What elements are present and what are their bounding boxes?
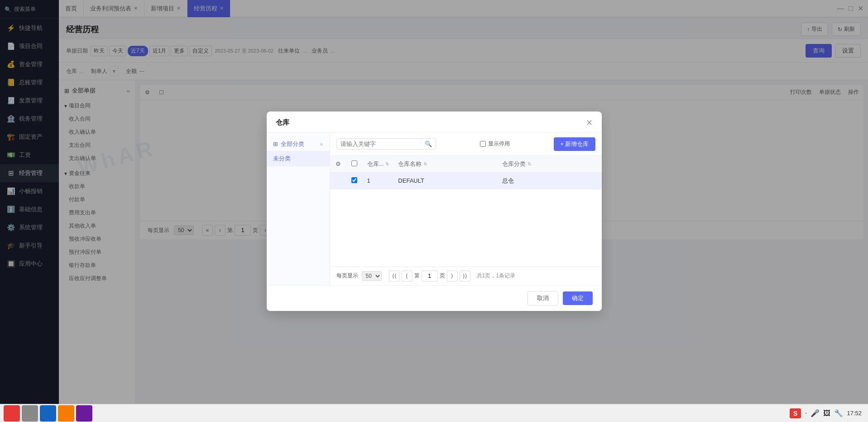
modal-page-label: 页 bbox=[440, 272, 445, 280]
modal-close-btn[interactable]: ✕ bbox=[586, 118, 593, 128]
taskbar-app-icon-4[interactable] bbox=[58, 405, 74, 422]
table-spacer bbox=[330, 189, 602, 267]
modal-footer: 取消 确定 bbox=[267, 285, 602, 311]
modal-total-records: 共1页，1条记录 bbox=[477, 272, 515, 280]
name-sort-icon: ⇅ bbox=[423, 161, 427, 166]
modal-dialog: 仓库 ✕ ⊞ 全部分类 « 未分类 bbox=[267, 112, 602, 311]
show-disabled-checkbox[interactable]: 显示停用 bbox=[480, 140, 510, 148]
modal-search-box: 🔍 bbox=[336, 138, 436, 150]
taskbar: S · 🎤 🖼 🔧 17:52 bbox=[0, 404, 868, 422]
table-row[interactable]: 1 DEFAULT 总仓 bbox=[330, 172, 602, 189]
modal-tree: ⊞ 全部分类 « 未分类 bbox=[267, 133, 330, 285]
name-col-header: 仓库名称 ⇅ bbox=[398, 160, 493, 168]
th-settings[interactable]: ⚙ bbox=[330, 156, 346, 173]
cancel-button[interactable]: 取消 bbox=[528, 291, 558, 306]
modal-page-input[interactable] bbox=[422, 271, 438, 281]
th-checkbox bbox=[346, 156, 363, 173]
taskbar-app-icon-3[interactable] bbox=[40, 405, 56, 422]
modal-tree-collapse-icon[interactable]: « bbox=[320, 141, 323, 147]
taskbar-app-icon-5[interactable] bbox=[76, 405, 92, 422]
modal-title: 仓库 bbox=[276, 118, 289, 127]
modal-next-page-btn[interactable]: ⟩ bbox=[447, 271, 458, 281]
modal-header: 仓库 ✕ bbox=[267, 112, 602, 133]
modal-tree-unclassified[interactable]: 未分类 bbox=[267, 151, 330, 166]
modal-search-icon: 🔍 bbox=[425, 141, 432, 147]
select-all-checkbox[interactable] bbox=[351, 160, 357, 166]
table-header-row: ⚙ 仓库... ⇅ bbox=[330, 156, 602, 173]
taskbar-apps bbox=[0, 405, 92, 422]
id-col-header: 仓库... ⇅ bbox=[367, 160, 389, 168]
taskbar-app-icon-2[interactable] bbox=[22, 405, 38, 422]
confirm-button[interactable]: 确定 bbox=[563, 291, 593, 305]
category-col-label: 仓库分类 bbox=[502, 160, 526, 168]
modal-search-input[interactable] bbox=[340, 141, 422, 147]
name-col-label: 仓库名称 bbox=[398, 160, 422, 168]
modal-body: ⊞ 全部分类 « 未分类 🔍 bbox=[267, 133, 602, 285]
modal-prev-page-btn[interactable]: ⟨ bbox=[402, 271, 412, 281]
modal-pagination: 每页显示 50 ⟨⟨ ⟨ 算 页 ⟩ ⟩⟩ 共1页，1条记录 bbox=[330, 267, 602, 285]
modal-overlay[interactable]: 仓库 ✕ ⊞ 全部分类 « 未分类 bbox=[0, 0, 868, 422]
row-settings-cell bbox=[330, 172, 346, 189]
tray-screen-icon: 🖼 bbox=[823, 409, 830, 417]
category-sort-icon: ⇅ bbox=[528, 161, 531, 166]
row-name-cell: 总仓 bbox=[498, 172, 602, 189]
taskbar-time: 17:52 bbox=[847, 410, 862, 417]
tray-settings-icon: 🔧 bbox=[834, 409, 843, 417]
grid-icon: ⊞ bbox=[273, 141, 278, 147]
modal-tree-header: ⊞ 全部分类 « bbox=[267, 137, 330, 151]
add-warehouse-button[interactable]: + 新增仓库 bbox=[554, 137, 595, 151]
modal-last-page-btn[interactable]: ⟩⟩ bbox=[460, 271, 470, 281]
id-col-label: 仓库... bbox=[367, 160, 384, 168]
row-checkbox[interactable] bbox=[351, 177, 357, 183]
tray-s-icon: S bbox=[790, 408, 801, 418]
modal-page-size-label: 每页显示 bbox=[336, 272, 358, 280]
taskbar-app-icon-1[interactable] bbox=[4, 405, 20, 422]
show-disabled-label: 显示停用 bbox=[488, 140, 510, 148]
modal-right-panel: 🔍 显示停用 + 新增仓库 ⚙ bbox=[330, 133, 602, 285]
settings-icon: ⚙ bbox=[336, 160, 341, 167]
row-check-cell bbox=[346, 172, 363, 189]
th-name[interactable]: 仓库名称 ⇅ bbox=[393, 156, 498, 173]
tray-mic-icon: 🎤 bbox=[810, 409, 820, 417]
modal-toolbar: 🔍 显示停用 + 新增仓库 bbox=[330, 133, 602, 156]
th-category[interactable]: 仓库分类 ⇅ bbox=[498, 156, 602, 173]
modal-table: ⚙ 仓库... ⇅ bbox=[330, 156, 602, 267]
row-code-cell: DEFAULT bbox=[393, 172, 498, 189]
category-col-header: 仓库分类 ⇅ bbox=[502, 160, 597, 168]
id-sort-icon: ⇅ bbox=[385, 161, 389, 166]
taskbar-right: S · 🎤 🖼 🔧 17:52 bbox=[790, 408, 868, 418]
modal-tree-all-label: 全部分类 bbox=[281, 140, 304, 148]
modal-pagination-btns: ⟨⟨ ⟨ 算 页 ⟩ ⟩⟩ bbox=[389, 271, 470, 281]
modal-first-page-btn[interactable]: ⟨⟨ bbox=[389, 271, 400, 281]
modal-tree-all[interactable]: ⊞ 全部分类 bbox=[273, 140, 304, 148]
th-id[interactable]: 仓库... ⇅ bbox=[363, 156, 394, 173]
tray-dot-icon: · bbox=[805, 408, 807, 418]
modal-page-size-select[interactable]: 50 bbox=[362, 271, 382, 281]
row-id-cell: 1 bbox=[363, 172, 394, 189]
show-disabled-input[interactable] bbox=[480, 141, 486, 147]
modal-page-label-pre: 算 bbox=[414, 272, 420, 280]
modal-tree-unclassified-label: 未分类 bbox=[273, 155, 291, 163]
